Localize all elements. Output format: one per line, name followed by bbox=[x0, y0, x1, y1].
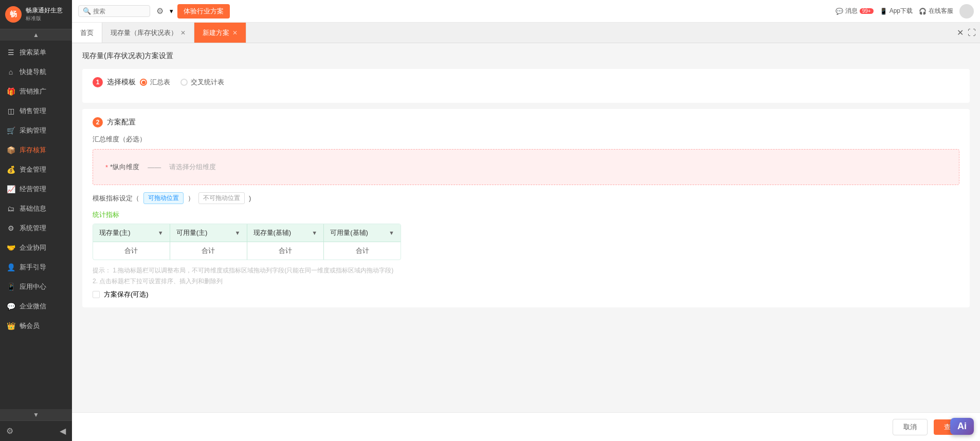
sidebar-collapse-button[interactable]: ◀ bbox=[60, 426, 66, 436]
step2-section: 2 方案配置 汇总维度（必选） * *纵向维度 —— 请选择分组维度 模板指标设… bbox=[82, 109, 970, 307]
sidebar-item-inventory-label: 库存核算 bbox=[20, 145, 46, 155]
footer-bar: 取消 查询 bbox=[72, 412, 980, 441]
sidebar-item-operations[interactable]: 📈 经营管理 bbox=[0, 179, 72, 199]
vertical-dimension-label: *纵向维度 bbox=[110, 162, 139, 172]
app-edition: 标准版 bbox=[26, 15, 63, 22]
cell-available-main-sub: 合计 bbox=[170, 242, 247, 260]
topbar-right: 💬 消息 99+ 📱 App下载 🎧 在线客服 bbox=[836, 4, 974, 19]
topbar-dropdown-icon: ▾ bbox=[170, 7, 173, 15]
tab-close-btn[interactable]: ✕ bbox=[957, 28, 964, 38]
search-input[interactable] bbox=[93, 8, 144, 15]
col-available-main-label: 可用量(主) bbox=[176, 228, 208, 237]
sidebar-scroll-down[interactable]: ▼ bbox=[0, 409, 72, 420]
draggable-badge: 可拖动位置 bbox=[143, 192, 184, 204]
hint-1: 提示： 1.拖动标题栏可以调整布局，不可跨维度或指标区域拖动列字段(只能在同一维… bbox=[93, 266, 959, 275]
message-item[interactable]: 💬 消息 99+ bbox=[836, 7, 874, 15]
cell-available-aux-sub: 合计 bbox=[324, 242, 401, 260]
logo-icon: 畅 bbox=[5, 6, 22, 23]
online-service-icon: 🎧 bbox=[919, 8, 927, 15]
user-avatar[interactable] bbox=[959, 4, 974, 19]
tab-inventory-status-close[interactable]: ✕ bbox=[180, 29, 186, 36]
sidebar-item-marketing[interactable]: 🎁 营销推广 bbox=[0, 82, 72, 101]
sidebar-item-new-guide[interactable]: 👤 新手引导 bbox=[0, 258, 72, 277]
cell-stock-aux-sub: 合计 bbox=[247, 242, 324, 260]
sidebar-item-finance[interactable]: 💰 资金管理 bbox=[0, 160, 72, 179]
stat-table-header: 现存量(主) ▼ 可用量(主) ▼ 现存量(基辅) ▼ 可用量(基辅) ▼ bbox=[93, 224, 401, 242]
dimension-required-star: * bbox=[105, 163, 108, 171]
col-available-aux[interactable]: 可用量(基辅) ▼ bbox=[324, 224, 401, 242]
tab-inventory-status[interactable]: 现存量（库存状况表） ✕ bbox=[102, 23, 194, 43]
sidebar-item-cooperation[interactable]: 🤝 企业协同 bbox=[0, 238, 72, 258]
sales-icon: ◫ bbox=[6, 107, 15, 115]
radio-summary[interactable]: 汇总表 bbox=[140, 78, 170, 87]
sidebar-item-new-guide-label: 新手引导 bbox=[20, 263, 46, 272]
col-main-stock[interactable]: 现存量(主) ▼ bbox=[93, 224, 170, 242]
sidebar-item-quick-nav[interactable]: ⌂ 快捷导航 bbox=[0, 62, 72, 82]
app-download-icon: 📱 bbox=[880, 8, 887, 15]
cancel-button[interactable]: 取消 bbox=[893, 419, 928, 435]
save-checkbox[interactable] bbox=[93, 291, 100, 298]
col-available-main[interactable]: 可用量(主) ▼ bbox=[170, 224, 247, 242]
sidebar-item-membership[interactable]: 👑 畅会员 bbox=[0, 316, 72, 336]
sidebar: 畅 畅康通好生意 标准版 ▲ ☰ 搜索菜单 ⌂ 快捷导航 🎁 营销推广 ◫ 销售… bbox=[0, 0, 72, 441]
main-area: 🔍 ⚙ ▾ 体验行业方案 💬 消息 99+ 📱 App下载 🎧 在线客服 bbox=[72, 0, 980, 441]
app-center-icon: 📱 bbox=[6, 283, 15, 291]
sidebar-item-enterprise-wechat[interactable]: 💬 企业微信 bbox=[0, 297, 72, 316]
sidebar-item-search-menu-label: 搜索菜单 bbox=[20, 48, 46, 57]
radio-cross-circle bbox=[180, 79, 188, 86]
col-stock-aux-label: 现存量(基辅) bbox=[253, 228, 292, 237]
purchase-icon: 🛒 bbox=[6, 126, 15, 135]
step1-header: 1 选择模板 汇总表 交叉统计表 bbox=[93, 77, 959, 87]
online-service-item[interactable]: 🎧 在线客服 bbox=[919, 7, 953, 15]
sidebar-item-app-center-label: 应用中心 bbox=[20, 282, 46, 291]
radio-summary-label: 汇总表 bbox=[150, 78, 170, 87]
sidebar-item-purchase[interactable]: 🛒 采购管理 bbox=[0, 121, 72, 140]
sidebar-item-operations-label: 经营管理 bbox=[20, 185, 46, 194]
dimension-box[interactable]: * *纵向维度 —— 请选择分组维度 bbox=[93, 149, 959, 185]
system-icon: ⚙ bbox=[6, 224, 15, 232]
sidebar-item-search-menu[interactable]: ☰ 搜索菜单 bbox=[0, 43, 72, 62]
tab-expand-btn[interactable]: ⛶ bbox=[968, 28, 976, 38]
operations-icon: 📈 bbox=[6, 185, 15, 193]
radio-cross[interactable]: 交叉统计表 bbox=[180, 78, 224, 87]
sidebar-item-finance-label: 资金管理 bbox=[20, 165, 46, 174]
tab-new-plan-close[interactable]: ✕ bbox=[232, 29, 238, 36]
tab-new-plan-label: 新建方案 bbox=[203, 28, 229, 38]
cell-main-stock-sub: 合计 bbox=[93, 242, 170, 260]
sidebar-item-basic-info[interactable]: 🗂 基础信息 bbox=[0, 199, 72, 218]
experience-btn[interactable]: 体验行业方案 bbox=[177, 4, 230, 19]
cooperation-icon: 🤝 bbox=[6, 244, 15, 252]
ai-badge[interactable]: Ai bbox=[950, 418, 974, 435]
tab-home[interactable]: 首页 bbox=[72, 23, 102, 43]
col-stock-aux[interactable]: 现存量(基辅) ▼ bbox=[247, 224, 324, 242]
sidebar-item-inventory[interactable]: 📦 库存核算 bbox=[0, 140, 72, 160]
step2-badge: 2 bbox=[93, 117, 103, 127]
sidebar-scroll-up[interactable]: ▲ bbox=[0, 29, 72, 41]
sidebar-settings-button[interactable]: ⚙ bbox=[6, 426, 13, 436]
sidebar-item-enterprise-wechat-label: 企业微信 bbox=[20, 302, 46, 311]
sidebar-item-system[interactable]: ⚙ 系统管理 bbox=[0, 218, 72, 238]
app-download-label: App下载 bbox=[890, 7, 913, 15]
tab-new-plan[interactable]: 新建方案 ✕ bbox=[194, 23, 246, 43]
sidebar-item-app-center[interactable]: 📱 应用中心 bbox=[0, 277, 72, 297]
sidebar-logo: 畅 畅康通好生意 标准版 bbox=[0, 0, 72, 29]
template-radio-group: 汇总表 交叉统计表 bbox=[140, 78, 224, 87]
step2-title: 方案配置 bbox=[107, 118, 136, 127]
sidebar-item-system-label: 系统管理 bbox=[20, 224, 46, 233]
search-icon: 🔍 bbox=[83, 7, 91, 15]
step1-section: 1 选择模板 汇总表 交叉统计表 bbox=[82, 69, 970, 103]
sidebar-item-sales[interactable]: ◫ 销售管理 bbox=[0, 101, 72, 121]
save-row: 方案保存(可选) bbox=[93, 290, 959, 299]
new-guide-icon: 👤 bbox=[6, 263, 15, 271]
topbar: 🔍 ⚙ ▾ 体验行业方案 💬 消息 99+ 📱 App下载 🎧 在线客服 bbox=[72, 0, 980, 23]
message-label: 消息 bbox=[845, 7, 858, 15]
app-download-item[interactable]: 📱 App下载 bbox=[880, 7, 913, 15]
topbar-search-box[interactable]: 🔍 bbox=[78, 5, 150, 17]
settings-icon-button[interactable]: ⚙ bbox=[154, 4, 166, 18]
search-menu-icon: ☰ bbox=[6, 48, 15, 57]
finance-icon: 💰 bbox=[6, 166, 15, 174]
inventory-icon: 📦 bbox=[6, 146, 15, 154]
col-main-stock-chevron: ▼ bbox=[158, 230, 164, 236]
dimension-placeholder: 请选择分组维度 bbox=[169, 162, 216, 172]
hints: 提示： 1.拖动标题栏可以调整布局，不可跨维度或指标区域拖动列字段(只能在同一维… bbox=[93, 266, 959, 286]
